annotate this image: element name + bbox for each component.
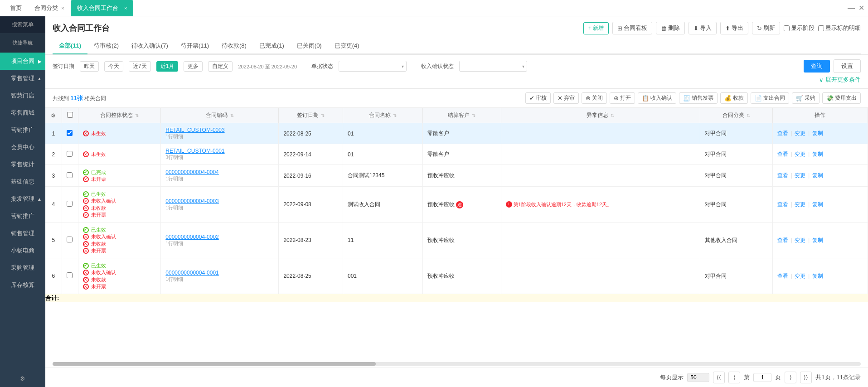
sort-icon[interactable]: ⇅ [611, 113, 614, 118]
op-变更-link[interactable]: 变更 [795, 172, 805, 179]
tab-pending-review[interactable]: 待审核(2) [87, 38, 125, 54]
select-all-checkbox[interactable] [67, 112, 73, 118]
audit-button[interactable]: ✔ 审核 [525, 92, 551, 104]
sort-icon[interactable]: ⇅ [393, 113, 397, 118]
date-btn-7days[interactable]: 近7天 [129, 61, 151, 72]
sidebar-item-ecommerce[interactable]: 小畅电商 [0, 242, 45, 259]
tab-contract-category-close[interactable]: × [61, 5, 64, 11]
date-btn-more[interactable]: 更多 [184, 61, 203, 72]
open-contract-button[interactable]: ⊕ 打开 [610, 92, 635, 104]
scrollbar-thumb[interactable] [53, 362, 376, 366]
search-button[interactable]: 查询 [804, 60, 830, 73]
sales-invoice-button[interactable]: 🧾 销售发票 [679, 92, 718, 104]
sidebar-item-base-info[interactable]: 基础信息 [0, 173, 45, 190]
export-button[interactable]: ⬆ 导出 [720, 22, 748, 34]
op-查看-link[interactable]: 查看 [777, 273, 788, 279]
expense-out-button[interactable]: 💸 费用支出 [822, 92, 861, 104]
new-button[interactable]: + 新增 [583, 22, 609, 34]
page-number-input[interactable] [753, 373, 771, 382]
row-checkbox[interactable] [67, 172, 73, 178]
show-detail-input[interactable] [818, 25, 824, 31]
op-变更-link[interactable]: 变更 [795, 201, 805, 208]
tab-closed[interactable]: 已关闭(0) [291, 38, 328, 54]
sort-icon[interactable]: ⇅ [472, 113, 475, 118]
row-checkbox[interactable] [67, 237, 73, 242]
code-link[interactable]: RETAIL_CUSTOM-0003 [165, 127, 224, 133]
op-查看-link[interactable]: 查看 [777, 130, 788, 136]
page-size-select[interactable]: 50 100 [687, 373, 709, 382]
next-page-button[interactable]: ⟩ [785, 372, 796, 383]
op-查看-link[interactable]: 查看 [777, 172, 788, 179]
show-detail-checkbox[interactable]: 显示标的明细 [818, 24, 861, 32]
tab-changed[interactable]: 已变更(4) [328, 38, 366, 54]
op-复制-link[interactable]: 复制 [812, 172, 823, 179]
code-link[interactable]: 0000000000004-0004 [165, 169, 218, 175]
sidebar-item-marketing1[interactable]: 营销推广 [0, 121, 45, 139]
op-复制-link[interactable]: 复制 [812, 237, 823, 243]
horizontal-scrollbar[interactable] [53, 362, 861, 366]
tab-pending-confirm[interactable]: 待收入确认(7) [125, 38, 175, 54]
code-link[interactable]: 0000000000004-0003 [165, 198, 218, 204]
sidebar-item-retail-mgmt[interactable]: 零售管理 ▲ [0, 70, 45, 87]
win-minimize[interactable]: — [848, 4, 855, 12]
op-变更-link[interactable]: 变更 [795, 130, 805, 136]
sidebar-search[interactable]: 搜索菜单 [0, 16, 45, 33]
sort-icon[interactable]: ⇅ [747, 113, 750, 118]
op-变更-link[interactable]: 变更 [795, 273, 805, 279]
op-复制-link[interactable]: 复制 [812, 201, 823, 208]
code-link[interactable]: RETAIL_CUSTOM-0001 [165, 148, 224, 154]
op-查看-link[interactable]: 查看 [777, 151, 788, 157]
sidebar-nav-shortcut[interactable]: 快捷导航 [0, 37, 45, 49]
show-fields-checkbox[interactable]: 显示阶段 [784, 24, 815, 32]
win-close[interactable]: ✕ [858, 4, 864, 12]
sidebar-gear[interactable]: ⚙ [0, 370, 45, 387]
sidebar-item-inventory[interactable]: 库存核算 [0, 276, 45, 294]
row-checkbox[interactable] [67, 201, 73, 207]
row-checkbox[interactable] [67, 130, 73, 136]
expense-contract-button[interactable]: 📄 支出合同 [751, 92, 789, 104]
date-btn-1month[interactable]: 近1月 [156, 61, 179, 72]
sidebar-item-marketing2[interactable]: 营销推广 [0, 208, 45, 225]
last-page-button[interactable]: ⟩⟩ [800, 372, 812, 383]
op-复制-link[interactable]: 复制 [812, 273, 823, 279]
import-button[interactable]: ⬇ 导入 [689, 22, 717, 34]
row-checkbox[interactable] [67, 151, 73, 157]
table-scroll[interactable]: ⚙ 合同整体状态 ⇅ 合同编码 ⇅ 签订日期 ⇅ 合同名称 ⇅ 结算客户 ⇅ 异… [45, 108, 868, 360]
receipt-confirm-select[interactable] [459, 61, 527, 72]
sidebar-item-purchase-mgmt[interactable]: 采购管理 [0, 259, 45, 276]
row-checkbox[interactable] [67, 272, 73, 278]
abandon-audit-button[interactable]: ✕ 弃审 [553, 92, 579, 104]
code-link[interactable]: 0000000000004-0001 [165, 270, 218, 276]
op-查看-link[interactable]: 查看 [777, 201, 788, 208]
tab-home[interactable]: 首页 [4, 0, 28, 16]
setting-button[interactable]: 设置 [834, 59, 861, 73]
tab-income-contract[interactable]: 收入合同工作台 × [71, 0, 134, 16]
sort-icon[interactable]: ⇅ [321, 113, 325, 118]
tab-income-contract-close[interactable]: × [124, 5, 127, 11]
date-btn-today[interactable]: 今天 [104, 61, 123, 72]
tab-all[interactable]: 全部(11) [53, 38, 87, 54]
sidebar-item-sales-mgmt[interactable]: 销售管理 [0, 225, 45, 242]
col-settings[interactable]: ⚙ [45, 108, 62, 123]
sort-icon[interactable]: ⇅ [230, 113, 234, 118]
doc-status-select[interactable] [339, 61, 407, 72]
income-confirm-button[interactable]: 📋 收入确认 [638, 92, 676, 104]
op-变更-link[interactable]: 变更 [795, 151, 805, 157]
code-link[interactable]: 0000000000004-0002 [165, 234, 218, 240]
first-page-button[interactable]: ⟨⟨ [713, 372, 725, 383]
op-复制-link[interactable]: 复制 [812, 151, 823, 157]
op-查看-link[interactable]: 查看 [777, 237, 788, 243]
tab-contract-category[interactable]: 合同分类 × [28, 0, 71, 16]
show-fields-input[interactable] [784, 25, 790, 31]
sidebar-item-retail-stats[interactable]: 零售统计 [0, 156, 45, 173]
kanban-button[interactable]: ⊞ 合同看板 [612, 22, 652, 34]
sidebar-item-wholesale-mgmt[interactable]: 批发管理 ▲ [0, 190, 45, 208]
delete-button[interactable]: 🗑 删除 [656, 22, 685, 34]
expand-filter-btn[interactable]: ∨ 展开更多条件 [819, 76, 861, 84]
op-复制-link[interactable]: 复制 [812, 130, 823, 136]
purchase-button[interactable]: 🛒 采购 [792, 92, 820, 104]
close-contract-button[interactable]: ⊗ 关闭 [582, 92, 607, 104]
sidebar-item-smart-store[interactable]: 智慧门店 [0, 87, 45, 104]
tab-completed[interactable]: 已完成(1) [253, 38, 291, 54]
prev-page-button[interactable]: ⟨ [728, 372, 740, 383]
